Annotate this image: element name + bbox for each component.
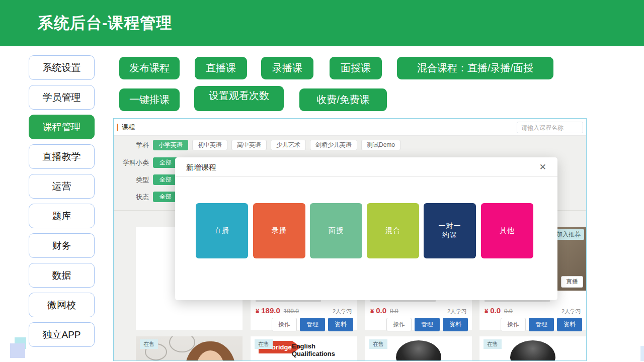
filter-option-children-art[interactable]: 少儿艺术 — [271, 140, 306, 150]
price-old-value: 199.0 — [284, 308, 299, 315]
course-card-5[interactable]: 在售 — [136, 336, 243, 361]
paid-free-course-button[interactable]: 收费/免费课 — [299, 88, 387, 111]
page-title: 系统后台-课程管理 — [38, 0, 172, 46]
manage-button[interactable]: 管理 — [300, 318, 325, 331]
panel-header: 课程 — [114, 119, 586, 136]
filter-option-senior-english[interactable]: 高中英语 — [231, 140, 267, 150]
course-card-7[interactable]: 在售 — [365, 336, 472, 361]
filter-label-subcategory: 学科小类 — [118, 157, 149, 168]
material-button[interactable]: 资料 — [443, 318, 468, 331]
sidebar-item-student-management[interactable]: 学员管理 — [29, 85, 95, 110]
material-button[interactable]: 资料 — [328, 318, 353, 331]
decor-square-lavender — [10, 343, 25, 358]
course-type-live-card[interactable]: 直播 — [196, 203, 248, 258]
students-count: 2人学习 — [447, 308, 467, 315]
operate-button[interactable]: 操作 — [272, 318, 297, 331]
price-old-value: 0.0 — [504, 308, 513, 315]
price-value: 0.0 — [490, 306, 501, 315]
course-search-input[interactable] — [517, 122, 583, 133]
set-view-count-button[interactable]: 设置观看次数 — [194, 86, 284, 111]
close-icon[interactable]: ✕ — [539, 157, 546, 177]
decor-square-right — [640, 346, 644, 361]
filter-option-primary-english[interactable]: 小学英语 — [153, 140, 188, 150]
sidebar-item-data[interactable]: 数据 — [29, 263, 95, 288]
sidebar-item-system-settings[interactable]: 系统设置 — [29, 55, 95, 80]
sidebar: 系统设置 学员管理 课程管理 直播教学 运营 题库 财务 数据 微网校 独立AP… — [29, 55, 95, 352]
course-type-other-card[interactable]: 其他 — [481, 203, 533, 258]
course-card-6[interactable]: bridge English Qualifications 在售 — [251, 336, 357, 361]
recorded-course-button[interactable]: 录播课 — [261, 57, 313, 79]
price-currency: ¥ — [256, 307, 259, 315]
on-sale-badge: 在售 — [369, 339, 387, 349]
manage-button[interactable]: 管理 — [529, 318, 554, 331]
price-old-value: 0.0 — [390, 308, 398, 315]
filter-subject-options: 小学英语初中英语高中英语少儿艺术剑桥少儿英语测试Demo — [153, 140, 405, 150]
add-course-modal: 新增课程 ✕ 直播 录播 面授 混合 一对一 约课 其他 — [175, 157, 557, 300]
operate-button[interactable]: 操作 — [501, 318, 526, 331]
page-header: 系统后台-课程管理 — [0, 0, 644, 46]
course-type-offline-card[interactable]: 面授 — [310, 203, 362, 258]
course-type-tag-live[interactable]: 直播 — [561, 276, 583, 288]
mixed-course-button[interactable]: 混合课程：直播/录播/面授 — [397, 57, 553, 79]
publish-course-button[interactable]: 发布课程 — [119, 57, 180, 79]
filter-label-type: 类型 — [118, 174, 149, 185]
manage-button[interactable]: 管理 — [415, 318, 440, 331]
add-recommend-badge[interactable]: 加入推荐 — [553, 229, 584, 240]
one-key-schedule-button[interactable]: 一键排课 — [119, 88, 180, 111]
modal-header: 新增课程 ✕ — [175, 157, 557, 177]
filter-option-test-demo[interactable]: 测试Demo — [361, 140, 400, 150]
filter-label-status: 状态 — [118, 192, 149, 202]
course-type-one-on-one-card[interactable]: 一对一 约课 — [424, 203, 476, 258]
operate-button[interactable]: 操作 — [386, 318, 412, 331]
lens-cap-photo — [510, 340, 555, 361]
modal-title: 新增课程 — [186, 157, 216, 177]
students-count: 2人学习 — [561, 308, 581, 315]
panel-title: 课程 — [122, 119, 135, 136]
sidebar-item-live-teaching[interactable]: 直播教学 — [29, 144, 95, 169]
lens-cap-photo — [396, 340, 441, 361]
price-value: 189.0 — [261, 306, 280, 315]
course-type-recorded-card[interactable]: 录播 — [253, 203, 305, 258]
filter-option-type-all[interactable]: 全部 — [153, 174, 178, 185]
course-type-mixed-card[interactable]: 混合 — [367, 203, 419, 258]
filter-option-status-all[interactable]: 全部 — [153, 192, 178, 202]
course-card-8[interactable]: 在售 — [479, 336, 586, 361]
on-sale-badge: 在售 — [255, 339, 273, 349]
filter-label-subject: 学科 — [118, 140, 149, 150]
filter-option-subcategory-all[interactable]: 全部 — [153, 157, 178, 168]
filter-option-cambridge-english[interactable]: 剑桥少儿英语 — [310, 140, 357, 150]
on-sale-badge: 在售 — [484, 339, 502, 349]
material-button[interactable]: 资料 — [557, 318, 582, 331]
live-course-button[interactable]: 直播课 — [195, 57, 247, 79]
sidebar-item-micro-school[interactable]: 微网校 — [29, 293, 95, 317]
price-value: 0.0 — [376, 306, 386, 315]
price-currency: ¥ — [370, 307, 374, 315]
sidebar-item-operations[interactable]: 运营 — [29, 174, 95, 199]
brand-text: English Qualifications — [292, 342, 357, 357]
sidebar-item-finance[interactable]: 财务 — [29, 233, 95, 258]
sidebar-item-course-management[interactable]: 课程管理 — [29, 115, 95, 139]
on-sale-badge: 在售 — [140, 339, 158, 349]
price-currency: ¥ — [485, 307, 488, 315]
offline-course-button[interactable]: 面授课 — [330, 57, 382, 79]
students-count: 2人学习 — [333, 308, 352, 315]
sidebar-item-question-bank[interactable]: 题库 — [29, 204, 95, 228]
sidebar-item-standalone-app[interactable]: 独立APP — [29, 322, 95, 347]
panel-title-accent-bar — [117, 124, 118, 131]
filter-option-junior-english[interactable]: 初中英语 — [192, 140, 227, 150]
